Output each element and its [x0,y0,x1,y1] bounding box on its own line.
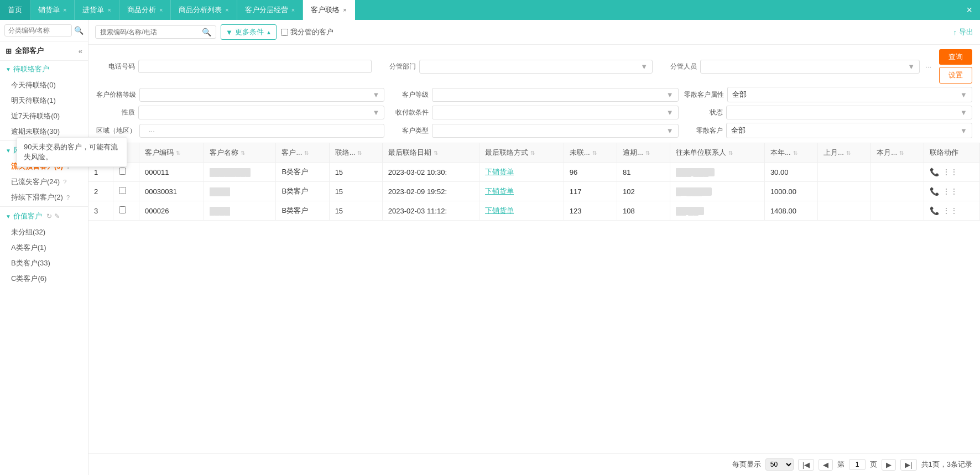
edit-icon[interactable]: ✎ [54,212,60,220]
tab-goods-analysis-close[interactable]: × [159,7,163,13]
sidebar-item-a-class[interactable]: A类客户(1) [0,240,88,255]
per-page-select[interactable]: 50 100 200 [765,458,794,471]
last-method-link[interactable]: 下销货单 [485,168,514,176]
last-page-button[interactable]: ▶| [900,459,916,471]
filter-customer-price: 客户价格等级 ▼ [96,88,384,102]
prev-page-button[interactable]: ◀ [819,459,833,471]
refresh-icon[interactable]: ↻ [46,212,52,220]
grid-icon: ⊞ [6,47,12,55]
tab-customer-connect-close[interactable]: × [343,7,346,13]
action-more-icon[interactable]: ⋮⋮ [942,168,958,176]
th-this-year[interactable]: 本年...⇅ [764,143,817,163]
payment-select[interactable]: ▼ [432,106,678,119]
sort-icon-unit-contact: ⇅ [728,150,733,156]
customer-level-select[interactable]: ▼ [432,88,678,102]
manager-select[interactable]: ▼ [700,60,920,74]
status-select[interactable]: ▼ [726,106,972,119]
th-this-month[interactable]: 本月...⇅ [871,143,924,163]
settings-button[interactable]: 设置 [939,67,972,83]
dept-select[interactable]: ▼ [419,60,653,74]
query-button[interactable]: 查询 [939,49,972,65]
row-checkbox[interactable] [119,206,126,213]
manager-more-icon[interactable]: ··· [923,62,934,71]
retail-attr-select[interactable]: 全部 ▼ [727,87,972,102]
tab-purchase[interactable]: 进货单 × [75,0,119,20]
row-checkbox[interactable] [119,168,126,175]
tab-home[interactable]: 首页 [0,0,30,20]
sidebar-item-declining[interactable]: 持续下滑客户(2) ? [0,190,88,205]
sidebar-item-c-class[interactable]: C类客户(6) [0,271,88,286]
churned-label: 已流失客户(24) [11,177,60,187]
tab-sales-label: 销货单 [38,5,60,15]
sort-icon-last-date: ⇅ [434,150,438,156]
td-checkbox[interactable] [113,201,139,221]
filter-retail-customer: 零散客户 全部 ▼ [684,123,972,138]
td-last-month [818,201,871,221]
region-select[interactable]: ··· [139,124,384,138]
tab-goods-analysis-list-close[interactable]: × [225,7,228,13]
row-checkbox[interactable] [119,187,126,194]
question-icon-3[interactable]: ? [66,194,70,201]
th-overdue[interactable]: 逾期...⇅ [617,143,670,163]
collapse-icon[interactable]: « [79,47,82,55]
action-phone-icon[interactable]: 📞 [930,168,939,176]
th-code[interactable]: 客户编码⇅ [139,143,204,163]
export-button[interactable]: ↑ 导出 [953,27,974,37]
first-page-button[interactable]: |◀ [798,459,814,471]
tab-customer-segment[interactable]: 客户分层经营 × [237,0,303,20]
th-last-month[interactable]: 上月...⇅ [818,143,871,163]
retail-customer-select[interactable]: 全部 ▼ [726,123,972,138]
tab-goods-analysis[interactable]: 商品分析 × [119,0,171,20]
tab-customer-connect[interactable]: 客户联络 × [303,0,355,20]
tab-customer-segment-close[interactable]: × [291,7,295,13]
th-last-method[interactable]: 最后联络方式⇅ [479,143,564,163]
tab-sales[interactable]: 销货单 × [30,0,75,20]
sidebar-all-customers[interactable]: ⊞ 全部客户 « [0,41,88,61]
customer-type-select[interactable]: ▼ [432,124,678,138]
more-filter-button[interactable]: ▼ 更多条件 ▲ [221,24,277,40]
last-method-link[interactable]: 下销货单 [485,187,514,195]
sidebar-group-value[interactable]: ▼ 价值客户 ↻ ✎ [0,208,88,225]
action-more-icon[interactable]: ⋮⋮ [942,206,958,215]
toolbar-search-icon[interactable]: 🔍 [202,28,211,36]
question-icon-2[interactable]: ? [63,179,66,185]
my-customers-checkbox[interactable] [281,29,288,36]
td-actions: 📞 ⋮⋮ [924,163,980,182]
sidebar-group-pending-contact[interactable]: ▼ 待联络客户 [0,61,88,77]
sidebar-search-icon[interactable]: 🔍 [74,26,84,35]
th-name[interactable]: 客户名称⇅ [204,143,276,163]
action-more-icon[interactable]: ⋮⋮ [942,187,958,196]
action-phone-icon[interactable]: 📞 [930,187,939,196]
tab-goods-analysis-list[interactable]: 商品分析列表 × [171,0,237,20]
th-code-label: 客户编码 [145,148,174,158]
sidebar-item-churned[interactable]: 已流失客户(24) ? [0,174,88,190]
gender-select[interactable]: ▼ [138,106,384,119]
global-close-icon[interactable]: × [958,4,980,16]
sidebar-item-tomorrow-contact[interactable]: 明天待联络(1) [0,93,88,108]
th-type[interactable]: 客户...⇅ [276,143,329,163]
action-phone-icon[interactable]: 📞 [930,206,939,215]
toolbar-search-box[interactable]: 🔍 [95,25,216,39]
next-page-button[interactable]: ▶ [882,459,896,471]
th-contact[interactable]: 联络...⇅ [329,143,382,163]
page-input[interactable] [849,459,866,470]
sidebar-item-b-class[interactable]: B类客户(33) [0,255,88,271]
tab-purchase-close[interactable]: × [107,7,111,13]
phone-input[interactable] [138,60,372,73]
th-unit-contact[interactable]: 往来单位联系人⇅ [670,143,765,163]
th-last-date[interactable]: 最后联络日期⇅ [382,143,479,163]
region-dots-icon[interactable]: ··· [147,127,157,135]
td-checkbox[interactable] [113,182,139,201]
toolbar-search-input[interactable] [100,28,200,36]
last-method-link[interactable]: 下销货单 [485,206,514,215]
tab-sales-close[interactable]: × [63,7,66,13]
sidebar-item-7days-contact[interactable]: 近7天待联络(0) [0,108,88,124]
today-contact-label: 今天待联络(0) [11,80,56,90]
th-not-contacted[interactable]: 未联...⇅ [564,143,617,163]
sidebar-item-unclassified[interactable]: 未分组(32) [0,225,88,240]
my-customers-checkbox-area[interactable]: 我分管的客户 [281,27,333,37]
sidebar-search-input[interactable] [4,24,72,36]
customer-price-select[interactable]: ▼ [139,88,384,102]
tab-goods-analysis-label: 商品分析 [127,5,156,15]
sidebar-item-today-contact[interactable]: 今天待联络(0) [0,77,88,93]
